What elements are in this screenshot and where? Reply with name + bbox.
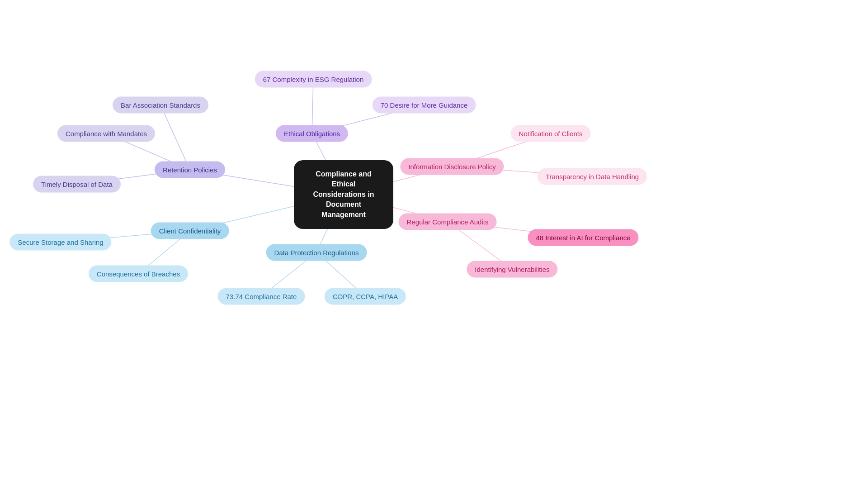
node-information-disclosure: Information Disclosure Policy: [400, 158, 504, 175]
node-notification-clients: Notification of Clients: [511, 125, 591, 142]
node-gdpr-ccpa: GDPR, CCPA, HIPAA: [325, 288, 406, 305]
svg-line-2: [160, 105, 190, 170]
connections-svg: [0, 0, 868, 490]
node-timely-disposal: Timely Disposal of Data: [33, 176, 121, 193]
center-node: Compliance and Ethical Considerations in…: [294, 160, 393, 229]
node-consequences-breaches: Consequences of Breaches: [89, 266, 188, 282]
node-client-confidentiality: Client Confidentiality: [151, 223, 229, 239]
node-compliance-mandates: Compliance with Mandates: [57, 125, 155, 142]
mindmap-container: Compliance and Ethical Considerations in…: [0, 0, 868, 490]
node-transparency-data: Transparency in Data Handling: [538, 168, 647, 185]
node-ethical-obligations: Ethical Obligations: [276, 125, 348, 142]
node-desire-guidance: 70 Desire for More Guidance: [373, 97, 476, 114]
node-compliance-rate: 73.74 Compliance Rate: [218, 288, 305, 305]
node-bar-association: Bar Association Standards: [113, 97, 208, 114]
node-data-protection: Data Protection Regulations: [266, 244, 367, 261]
node-complexity-esg: 67 Complexity in ESG Regulation: [255, 71, 372, 88]
node-ai-compliance: 48 Interest in AI for Compliance: [528, 229, 638, 246]
node-retention-policies: Retention Policies: [155, 162, 225, 178]
node-secure-storage: Secure Storage and Sharing: [9, 234, 111, 251]
node-regular-audits: Regular Compliance Audits: [399, 214, 497, 230]
node-identifying-vulnerabilities: Identifying Vulnerabilities: [467, 261, 557, 278]
